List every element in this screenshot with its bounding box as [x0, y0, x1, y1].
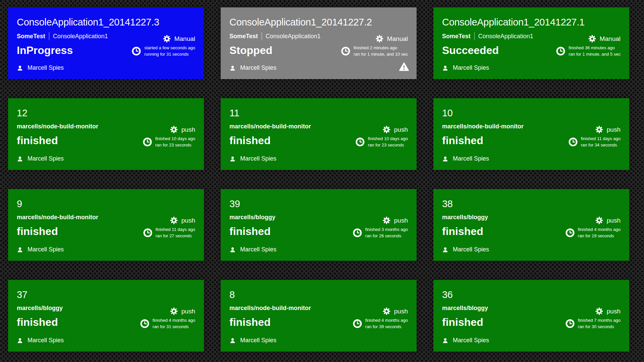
gear-icon	[163, 35, 171, 43]
build-tile[interactable]: 11 marcells/node-build-monitor finished …	[221, 98, 417, 170]
build-user: Marcell Spies	[17, 337, 195, 344]
build-project-label: marcells/bloggy	[229, 214, 275, 221]
build-subtitle: marcells/bloggy	[442, 305, 621, 312]
build-title: 12	[17, 108, 195, 119]
build-time-line2: ran for 23 seconds	[155, 142, 195, 148]
build-subtitle: marcells/bloggy	[229, 214, 408, 221]
build-title: 8	[229, 289, 408, 300]
build-user-name: Marcell Spies	[453, 246, 489, 253]
build-time: finished 11 days ago ran for 34 seconds	[569, 136, 621, 148]
build-time-line1: finished 36 minutes ago	[569, 45, 621, 51]
gear-icon	[383, 307, 390, 315]
build-tile[interactable]: 36 marcells/bloggy finished Marcell Spie…	[433, 280, 629, 352]
clock-icon	[341, 47, 350, 56]
build-time-line1: finished 4 months ago	[578, 227, 621, 233]
build-title: 37	[17, 289, 195, 300]
build-tile[interactable]: 12 marcells/node-build-monitor finished …	[8, 98, 204, 170]
build-tile[interactable]: 10 marcells/node-build-monitor finished …	[433, 98, 629, 170]
build-tile[interactable]: 37 marcells/bloggy finished Marcell Spie…	[8, 280, 204, 352]
build-time-line2: ran for 39 seconds	[365, 324, 408, 330]
build-subtitle: marcells/node-build-monitor	[229, 123, 408, 130]
build-tile[interactable]: 38 marcells/bloggy finished Marcell Spie…	[433, 189, 629, 261]
gear-icon	[595, 126, 603, 133]
build-subtitle: marcells/bloggy	[17, 305, 195, 312]
build-time-line2: ran for 23 seconds	[368, 142, 408, 148]
build-user: Marcell Spies	[17, 155, 195, 163]
build-user: Marcell Spies	[229, 246, 408, 253]
build-trigger-label: push	[607, 217, 621, 224]
build-time-line2: ran for 31 seconds	[153, 324, 195, 330]
user-icon	[17, 247, 23, 253]
build-trigger: push	[383, 217, 408, 224]
build-time-line2: ran for 27 seconds	[156, 233, 195, 239]
user-icon	[442, 156, 448, 162]
build-trigger: push	[170, 217, 195, 224]
build-trigger-label: push	[181, 126, 195, 133]
subtitle-divider	[262, 32, 262, 40]
build-time-line1: finished 4 months ago	[365, 317, 408, 324]
build-title: ConsoleApplication1_20141227.2	[229, 17, 408, 28]
build-time: finished 36 minutes ago ran for 1 minute…	[556, 45, 621, 58]
build-time-line2: ran for 1 minute, and 5 sec	[569, 51, 621, 58]
build-title: 39	[229, 198, 408, 209]
build-project-label: marcells/node-build-monitor	[229, 305, 311, 312]
build-title: 9	[17, 198, 195, 209]
gear-icon	[595, 307, 603, 315]
tile-grid: ConsoleApplication1_20141227.3 SomeTest …	[8, 7, 629, 352]
build-trigger: push	[383, 307, 408, 315]
user-icon	[442, 65, 448, 71]
build-project-label: SomeTest	[17, 33, 45, 40]
build-user: Marcell Spies	[17, 64, 195, 72]
user-icon	[442, 338, 448, 344]
build-trigger-label: push	[394, 126, 408, 133]
build-tile[interactable]: ConsoleApplication1_20141227.2 SomeTest …	[221, 7, 417, 79]
build-tile[interactable]: 8 marcells/node-build-monitor finished M…	[221, 280, 417, 352]
build-time-line2: ran for 1 minute, and 10 sec	[354, 51, 408, 58]
user-icon	[229, 65, 236, 71]
build-tile[interactable]: 39 marcells/bloggy finished Marcell Spie…	[221, 189, 417, 261]
gear-icon	[170, 126, 178, 133]
gear-icon	[170, 307, 178, 315]
build-subtitle: marcells/node-build-monitor	[229, 305, 408, 312]
user-icon	[229, 247, 236, 253]
build-trigger: push	[595, 307, 621, 315]
build-user-name: Marcell Spies	[453, 337, 489, 344]
build-user: Marcell Spies	[442, 246, 621, 253]
build-time-line2: ran for 30 seconds	[578, 324, 621, 330]
clock-icon	[556, 47, 565, 56]
build-time-line1: finished 10 days ago	[368, 136, 408, 142]
build-trigger: push	[383, 126, 408, 133]
gear-icon	[376, 35, 383, 43]
build-project-label: marcells/node-build-monitor	[17, 123, 98, 130]
gear-icon	[170, 217, 178, 224]
build-subtitle: marcells/node-build-monitor	[17, 214, 195, 221]
build-user-name: Marcell Spies	[28, 337, 64, 344]
build-trigger: push	[170, 307, 195, 315]
build-trigger-label: push	[607, 126, 621, 133]
build-time: finished 10 days ago ran for 23 seconds	[356, 136, 408, 148]
warning-triangle-icon	[399, 62, 409, 72]
build-tile[interactable]: 9 marcells/node-build-monitor finished M…	[8, 189, 204, 261]
clock-icon	[356, 137, 365, 146]
clock-icon	[569, 137, 578, 146]
clock-icon	[353, 319, 362, 328]
build-time: finished 7 months ago ran for 30 seconds	[566, 317, 621, 330]
build-trigger: push	[170, 126, 195, 133]
build-trigger-label: push	[181, 217, 195, 224]
build-user-name: Marcell Spies	[240, 155, 276, 163]
build-title: 11	[229, 108, 408, 119]
build-trigger-label: Manual	[174, 35, 195, 43]
build-user: Marcell Spies	[442, 64, 621, 72]
build-project-label: marcells/node-build-monitor	[442, 123, 524, 130]
user-icon	[229, 338, 236, 344]
build-subtitle: marcells/node-build-monitor	[17, 123, 195, 130]
build-time: finished 4 months ago ran for 39 seconds	[353, 317, 408, 330]
clock-icon	[566, 319, 575, 328]
build-trigger-label: push	[607, 308, 621, 315]
build-trigger: push	[595, 217, 621, 224]
build-trigger-label: push	[394, 308, 408, 315]
subtitle-divider	[474, 32, 475, 40]
build-tile[interactable]: ConsoleApplication1_20141227.3 SomeTest …	[8, 7, 204, 79]
build-definition: ConsoleApplication1	[266, 33, 321, 40]
build-tile[interactable]: ConsoleApplication1_20141227.1 SomeTest …	[433, 7, 629, 79]
